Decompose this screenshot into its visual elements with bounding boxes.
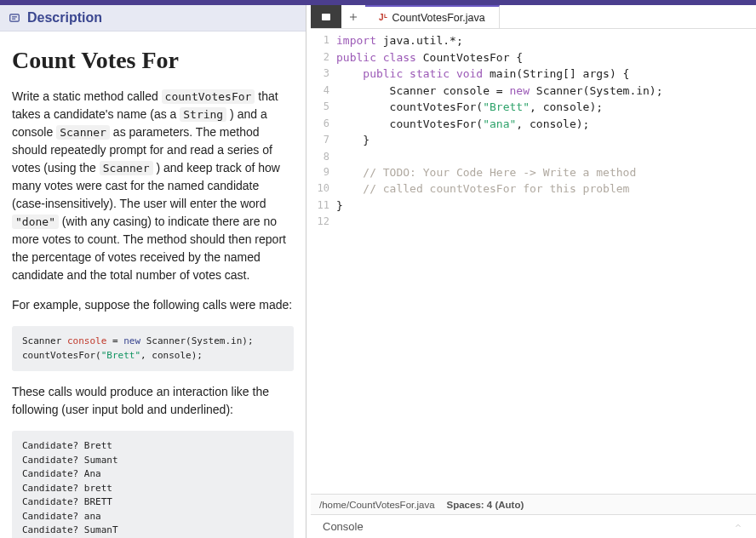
code-done: "done" (12, 215, 59, 229)
problem-paragraph-3: These calls would produce an interaction… (12, 383, 294, 419)
console-collapse-icon[interactable] (732, 520, 744, 533)
right-panel: Jᴸ CountVotesFor.java 1import java.util.… (311, 5, 756, 538)
example-output: Candidate? Brett Candidate? Sumant Candi… (12, 431, 294, 538)
editor-status-bar: /home/CountVotesFor.java Spaces: 4 (Auto… (311, 494, 756, 514)
svg-rect-4 (323, 14, 324, 15)
tab-countvotesfor[interactable]: Jᴸ CountVotesFor.java (365, 5, 500, 28)
editor-tabbar: Jᴸ CountVotesFor.java (311, 5, 756, 29)
problem-paragraph-2: For example, suppose the following calls… (12, 296, 294, 314)
problem-paragraph-1: Write a static method called countVotesF… (12, 88, 294, 284)
problem-title: Count Votes For (12, 47, 294, 74)
terminal-icon[interactable] (311, 5, 341, 28)
status-filepath: /home/CountVotesFor.java (319, 500, 435, 510)
code-string: String (180, 107, 226, 122)
console-title: Console (323, 520, 364, 533)
code-scanner-2: Scanner (100, 161, 153, 175)
description-content: Count Votes For Write a static method ca… (0, 31, 306, 538)
console-panel-header[interactable]: Console (311, 514, 756, 538)
new-tab-button[interactable] (341, 5, 365, 28)
left-panel-title: Description (27, 10, 102, 26)
java-file-icon: Jᴸ (379, 13, 387, 22)
example-code-1: Scanner console = new Scanner(System.in)… (12, 326, 294, 371)
tab-filename: CountVotesFor.java (392, 12, 485, 24)
description-icon (9, 12, 20, 24)
code-countvotesfor: countVotesFor (162, 89, 255, 104)
code-editor[interactable]: 1import java.util.*; 2public class Count… (311, 29, 756, 494)
left-panel: Description Count Votes For Write a stat… (0, 5, 306, 538)
status-indent[interactable]: Spaces: 4 (Auto) (447, 500, 524, 510)
left-panel-header: Description (0, 5, 306, 31)
svg-rect-0 (10, 14, 20, 21)
code-scanner: Scanner (56, 125, 110, 140)
